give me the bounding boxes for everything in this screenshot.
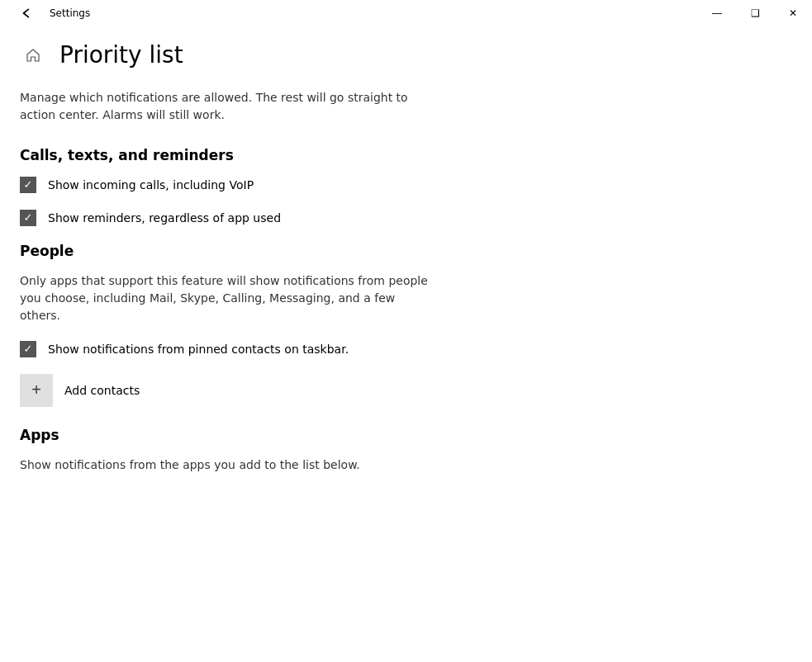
page-header: Priority list [20, 26, 792, 89]
incoming-calls-checkbox[interactable] [20, 177, 36, 193]
people-description: Only apps that support this feature will… [20, 272, 433, 324]
people-section: People Only apps that support this featu… [20, 243, 792, 407]
titlebar-title: Settings [50, 7, 90, 19]
apps-description: Show notifications from the apps you add… [20, 456, 433, 474]
reminders-row: Show reminders, regardless of app used [20, 210, 792, 226]
pinned-contacts-label: Show notifications from pinned contacts … [48, 343, 349, 356]
pinned-contacts-checkbox[interactable] [20, 341, 36, 357]
pinned-contacts-row: Show notifications from pinned contacts … [20, 341, 792, 357]
reminders-checkbox[interactable] [20, 210, 36, 226]
add-contacts-label: Add contacts [64, 384, 140, 397]
title-bar: Settings — ❑ ✕ [0, 0, 812, 26]
plus-icon: + [31, 381, 41, 400]
calls-section-header: Calls, texts, and reminders [20, 147, 792, 163]
home-icon [26, 48, 40, 63]
reminders-label: Show reminders, regardless of app used [48, 211, 281, 225]
page-title: Priority list [59, 41, 183, 69]
maximize-button[interactable]: ❑ [736, 0, 774, 26]
incoming-calls-label: Show incoming calls, including VoIP [48, 178, 254, 192]
apps-section: Apps Show notifications from the apps yo… [20, 427, 792, 474]
back-icon [21, 7, 32, 19]
apps-section-header: Apps [20, 427, 792, 443]
calls-section: Calls, texts, and reminders Show incomin… [20, 147, 792, 226]
back-button[interactable] [10, 0, 43, 26]
content-area: Priority list Manage which notifications… [0, 26, 812, 662]
home-button[interactable] [20, 42, 46, 69]
incoming-calls-row: Show incoming calls, including VoIP [20, 177, 792, 193]
add-contacts-row: + Add contacts [20, 374, 792, 407]
minimize-button[interactable]: — [698, 0, 736, 26]
window-controls: — ❑ ✕ [698, 0, 812, 26]
people-section-header: People [20, 243, 792, 259]
page-description: Manage which notifications are allowed. … [20, 89, 433, 124]
add-contacts-button[interactable]: + [20, 374, 53, 407]
close-button[interactable]: ✕ [774, 0, 812, 26]
title-bar-left: Settings [10, 0, 90, 26]
